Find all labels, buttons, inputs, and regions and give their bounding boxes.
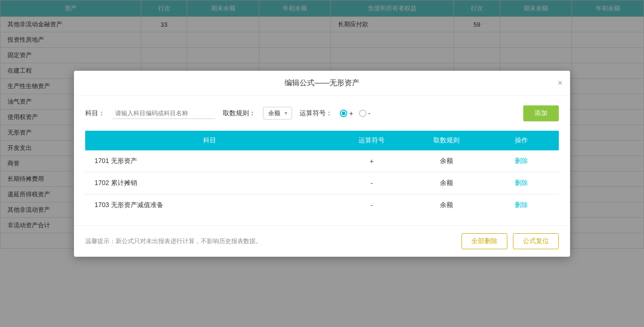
operator-label: 运算符号： [300,109,332,118]
edit-formula-modal: 编辑公式——无形资产 × 科目： 取数规则： 余额 借方 贷方 ▼ 运算符号： [74,71,570,257]
add-button[interactable]: 添加 [523,105,559,121]
rule-select[interactable]: 余额 借方 贷方 [263,107,292,119]
operator-minus-label: - [368,109,371,117]
subject-cell: 1701 无形资产 [85,150,334,172]
radio-plus-circle [340,110,347,117]
form-row: 科目： 取数规则： 余额 借方 贷方 ▼ 运算符号： + [85,105,559,121]
operator-radio-group: + - [340,109,371,117]
modal-footer: 温馨提示：新公式只对未出报表进行计算，不影响历史报表数据。 全部删除 公式复位 [74,225,570,257]
operator-minus-radio[interactable]: - [359,109,371,117]
operator-cell: - [334,194,409,216]
table-header-subject: 科目 [85,131,334,150]
modal-close-button[interactable]: × [557,79,563,87]
subject-input[interactable] [112,108,215,119]
table-row: 1702 累计摊销 - 余额 删除 [85,172,559,194]
subject-cell: 1702 累计摊销 [85,172,334,194]
operator-cell: - [334,172,409,194]
formula-table: 科目 运算符号 取数规则 操作 1701 无形资产 + 余额 删除 [85,131,559,216]
action-cell: 删除 [484,172,559,194]
modal-body: 科目： 取数规则： 余额 借方 贷方 ▼ 运算符号： + [74,96,570,225]
radio-minus-circle [359,110,366,117]
operator-plus-label: + [349,109,353,117]
delete-all-button[interactable]: 全部删除 [461,233,507,249]
subject-label: 科目： [85,109,105,118]
footer-buttons: 全部删除 公式复位 [461,233,559,249]
subject-cell: 1703 无形资产减值准备 [85,194,334,216]
action-cell: 删除 [484,194,559,216]
modal-overlay: 编辑公式——无形资产 × 科目： 取数规则： 余额 借方 贷方 ▼ 运算符号： [0,0,644,327]
action-cell: 删除 [484,150,559,172]
rule-select-wrapper: 余额 借方 贷方 ▼ [263,107,292,119]
rule-cell: 余额 [409,150,484,172]
rule-cell: 余额 [409,194,484,216]
rule-cell: 余额 [409,172,484,194]
delete-button-row3[interactable]: 删除 [515,201,528,208]
operator-plus-radio[interactable]: + [340,109,353,117]
table-header-operator: 运算符号 [334,131,409,150]
table-row: 1703 无形资产减值准备 - 余额 删除 [85,194,559,216]
footer-hint: 温馨提示：新公式只对未出报表进行计算，不影响历史报表数据。 [85,237,262,245]
reset-button[interactable]: 公式复位 [513,233,559,249]
table-header-rule: 取数规则 [409,131,484,150]
operator-cell: + [334,150,409,172]
delete-button-row2[interactable]: 删除 [515,179,528,186]
table-header-action: 操作 [484,131,559,150]
rule-label: 取数规则： [223,109,256,118]
modal-title: 编辑公式——无形资产 [285,79,359,87]
delete-button-row1[interactable]: 删除 [515,157,528,164]
modal-header: 编辑公式——无形资产 × [74,71,570,96]
table-row: 1701 无形资产 + 余额 删除 [85,150,559,172]
